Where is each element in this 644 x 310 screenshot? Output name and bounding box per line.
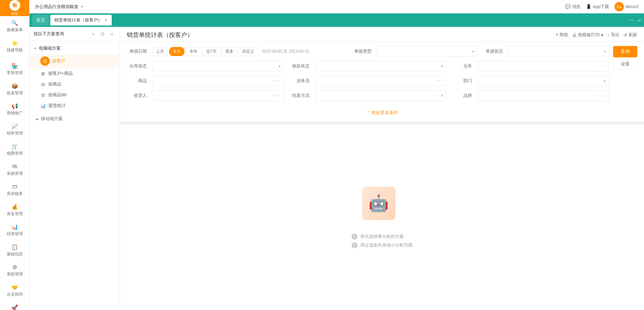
goods-select[interactable]: ··· bbox=[152, 75, 284, 86]
scheme-item-by-customer[interactable]: 按 按客户 bbox=[30, 54, 120, 68]
salesman-label: 业务员 bbox=[289, 78, 310, 84]
sidebar-logo[interactable]: 畅 标版 bbox=[0, 0, 30, 16]
filter-row-3: 商品 ··· 业务员 ··· 部门 bbox=[127, 75, 609, 86]
scheme-item-by-goods[interactable]: ⊟ 按商品 bbox=[30, 79, 120, 90]
date-btn-more[interactable]: 更多 bbox=[222, 47, 237, 56]
payment-status-arrow: ▾ bbox=[441, 64, 443, 68]
brand-select[interactable]: ··· bbox=[477, 90, 609, 101]
receiver-dots: ··· bbox=[274, 93, 280, 99]
receiver-select[interactable]: ··· bbox=[152, 90, 284, 101]
industry-selector[interactable]: 办公用品行业模拟账套 ▾ bbox=[35, 4, 83, 10]
scheme-item-by-goods99[interactable]: ⊟ 按商品99 bbox=[30, 90, 120, 100]
date-btn-this-month[interactable]: 本月 bbox=[169, 47, 184, 56]
app-download-label: App下载 bbox=[593, 4, 609, 10]
scheme-group-desktop-header[interactable]: ▼ 电脑端方案 bbox=[30, 43, 120, 54]
filter-side-actions: 查询 设置 bbox=[609, 46, 637, 105]
tab-sales-stats[interactable]: 销货单统计表（按客户） ✕ bbox=[50, 15, 112, 25]
sidebar-item-system[interactable]: ⚙ 系统管理 bbox=[0, 260, 30, 280]
star-icon: ⭐ bbox=[11, 40, 18, 46]
scheme-item-return-stats[interactable]: 📊 退货统计 bbox=[30, 100, 120, 111]
scheme-collapse-btn[interactable]: « bbox=[108, 30, 116, 38]
sidebar-item-marketing[interactable]: 📢 营销推广 bbox=[0, 99, 30, 119]
scheme-panel-actions: + ⊙ « bbox=[90, 30, 116, 38]
scheme-group-desktop: ▼ 电脑端方案 按 按客户 ⊞ 按客户+商品 ⊟ 按商品 bbox=[30, 41, 120, 112]
filter-row-4: 收货人 ··· 结算方式 ▾ 品牌 bbox=[127, 90, 609, 101]
bill-type-select[interactable]: ▾ bbox=[377, 46, 478, 57]
help-btn[interactable]: ? 帮助 bbox=[555, 32, 568, 38]
tab-home[interactable]: 首页 bbox=[32, 15, 49, 25]
date-btn-custom[interactable]: 自定义 bbox=[238, 47, 258, 56]
print-btn[interactable]: 🖨 按模板打印 ▾ bbox=[572, 32, 603, 38]
date-btn-7days[interactable]: 近7天 bbox=[203, 47, 220, 56]
empty-state: 🤖 1 请先选择要分析的方案 2 用过滤条件来缩小分析范围 bbox=[120, 124, 644, 310]
sidebar-item-ecom[interactable]: 🛒 电商管理 bbox=[0, 140, 30, 160]
dept-select[interactable]: ▾ bbox=[477, 75, 609, 86]
sidebar-item-search[interactable]: 🔍 搜索菜单 bbox=[0, 16, 30, 36]
bill-status-select[interactable]: ▾ bbox=[508, 46, 609, 57]
return-stats-icon: 📊 bbox=[40, 103, 46, 108]
retail-icon: 🏪 bbox=[11, 62, 18, 69]
warehouse-select[interactable]: ··· bbox=[477, 61, 609, 71]
sidebar-item-inventory[interactable]: 🗃 库存核算 bbox=[0, 180, 30, 200]
date-btn-last-month[interactable]: 上月 bbox=[152, 47, 168, 56]
industry-label: 办公用品行业模拟账套 bbox=[35, 4, 78, 10]
sidebar-item-operations[interactable]: 📊 经营管理 bbox=[0, 220, 30, 240]
date-group: 上月 本月 本年 近7天 更多 自定义 2023-03-01 至 2023-03… bbox=[152, 47, 346, 56]
dept-label: 部门 bbox=[452, 78, 472, 84]
out-status-select[interactable]: ▾ bbox=[152, 61, 284, 71]
active-indicator: 按 bbox=[40, 56, 50, 66]
scheme-settings-btn[interactable]: ⊙ bbox=[99, 30, 106, 38]
empty-state-image: 🤖 bbox=[362, 187, 402, 227]
payment-status-label: 收款状态 bbox=[289, 63, 310, 69]
message-btn[interactable]: 💬 消息 bbox=[565, 4, 581, 10]
empty-tip-1: 1 请先选择要分析的方案 bbox=[352, 234, 413, 240]
settlement-select[interactable]: ▾ bbox=[315, 90, 447, 101]
scheme-add-btn[interactable]: + bbox=[90, 30, 97, 38]
sidebar-item-collab[interactable]: 🤝 企业协同 bbox=[0, 280, 30, 301]
date-btn-this-year[interactable]: 本年 bbox=[186, 47, 201, 56]
tip-num-1: 1 bbox=[352, 234, 358, 240]
sidebar-item-finance[interactable]: 💰 资金管理 bbox=[0, 200, 30, 220]
sidebar-item-retail[interactable]: 🏪 零售管理 bbox=[0, 59, 30, 79]
sidebar-item-wholesale[interactable]: 📦 批发管理 bbox=[0, 79, 30, 99]
content-area: 按以下方案查询 + ⊙ « ▼ 电脑端方案 按 按客户 bbox=[30, 27, 644, 310]
tab-bar: 首页 销货单统计表（按客户） ✕ — ⤢ bbox=[30, 13, 644, 27]
purchase-icon: 🛍 bbox=[11, 163, 18, 170]
user-profile[interactable]: Ea demo2 bbox=[614, 2, 639, 11]
tab-maximize-btn[interactable]: ⤢ bbox=[637, 17, 641, 23]
scheme-item-customer-goods[interactable]: ⊞ 按客户+商品 bbox=[30, 68, 120, 79]
collapse-arrow-icon: ⌃ bbox=[367, 110, 370, 115]
wholesale-icon: 📦 bbox=[11, 83, 18, 89]
marketing-icon: 📢 bbox=[11, 103, 18, 109]
collapse-btn[interactable]: ⌃ 收起更多条件 bbox=[361, 108, 403, 118]
sidebar-item-quick[interactable]: ⭐ 快捷导航 bbox=[0, 36, 30, 56]
filter-row-2: 出库状态 ▾ 收款状态 ▾ 仓库 bbox=[127, 61, 609, 71]
out-status-arrow: ▾ bbox=[279, 64, 280, 68]
query-button[interactable]: 查询 bbox=[613, 46, 637, 57]
sidebar-item-guide[interactable]: 🚀 新手引导 bbox=[0, 301, 30, 310]
tab-minimize-btn[interactable]: — bbox=[629, 17, 634, 23]
salesman-dots: ··· bbox=[436, 78, 443, 84]
inventory-icon: 🗃 bbox=[11, 183, 18, 190]
empty-tip-2: 2 用过滤条件来缩小分析范围 bbox=[352, 242, 413, 248]
brand-label: 品牌 bbox=[452, 93, 472, 99]
message-label: 消息 bbox=[572, 4, 581, 10]
bill-type-label: 单据类型 bbox=[352, 48, 372, 54]
scheme-group-mobile-header[interactable]: ▶ 移动端方案 bbox=[30, 114, 120, 124]
logo-text: 标版 bbox=[11, 11, 18, 16]
app-download-btn[interactable]: 📱 App下载 bbox=[586, 4, 609, 10]
sidebar-item-basic[interactable]: 📋 基础信息 bbox=[0, 240, 30, 260]
export-btn[interactable]: ↑ 导出 bbox=[607, 32, 620, 38]
sidebar-item-sales[interactable]: 📈 销售管理 bbox=[0, 119, 30, 140]
tab-close-btn[interactable]: ✕ bbox=[104, 18, 108, 22]
scheme-panel: 按以下方案查询 + ⊙ « ▼ 电脑端方案 按 按客户 bbox=[30, 27, 120, 310]
sidebar: 畅 标版 🔍 搜索菜单 ⭐ 快捷导航 🏪 零售管理 📦 批发管理 📢 营销推广 … bbox=[0, 0, 30, 310]
refresh-btn[interactable]: ↺ 刷新 bbox=[624, 32, 637, 38]
sidebar-item-purchase[interactable]: 🛍 采购管理 bbox=[0, 160, 30, 180]
bill-status-label: 单据状态 bbox=[483, 48, 503, 54]
settings-button[interactable]: 设置 bbox=[613, 59, 637, 69]
scheme-group-mobile: ▶ 移动端方案 bbox=[30, 112, 120, 125]
salesman-select[interactable]: ··· bbox=[315, 75, 447, 86]
expand-arrow-icon: ▼ bbox=[34, 47, 37, 50]
payment-status-select[interactable]: ▾ bbox=[315, 61, 447, 71]
